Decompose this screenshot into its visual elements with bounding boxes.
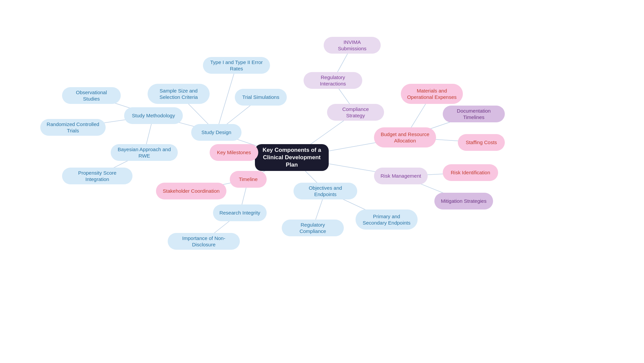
node-sample_size[interactable]: Sample Size and Selection Criteria xyxy=(148,84,210,104)
node-type_error[interactable]: Type I and Type II Error Rates xyxy=(203,57,270,74)
node-objectives_endpoints[interactable]: Objectives and Endpoints xyxy=(293,183,357,199)
node-primary_secondary[interactable]: Primary and Secondary Endpoints xyxy=(356,209,418,230)
node-invima[interactable]: INVIMA Submissions xyxy=(324,37,381,54)
node-risk_identification[interactable]: Risk Identification xyxy=(443,164,498,181)
node-timeline[interactable]: Timeline xyxy=(230,171,267,188)
node-materials[interactable]: Materials and Operational Expenses xyxy=(401,84,463,104)
node-center[interactable]: Key Components of a Clinical Development… xyxy=(255,144,329,171)
node-staffing_costs[interactable]: Staffing Costs xyxy=(458,134,505,151)
node-risk_management[interactable]: Risk Management xyxy=(374,168,428,184)
node-randomized_controlled[interactable]: Randomized Controlled Trials xyxy=(40,119,106,136)
node-study_design[interactable]: Study Design xyxy=(191,124,241,141)
node-doc_timelines[interactable]: Documentation Timelines xyxy=(443,106,505,122)
node-study_methodology[interactable]: Study Methodology xyxy=(124,107,183,124)
node-compliance_strategy[interactable]: Compliance Strategy xyxy=(327,104,384,121)
node-stakeholder[interactable]: Stakeholder Coordination xyxy=(156,183,226,199)
node-mitigation[interactable]: Mitigation Strategies xyxy=(434,193,493,209)
node-observational_studies[interactable]: Observational Studies xyxy=(62,87,121,104)
node-trial_simulations[interactable]: Trial Simulations xyxy=(235,89,287,106)
mindmap-container: Key Components of a Clinical Development… xyxy=(0,0,644,363)
node-importance_nondisclosure[interactable]: Importance of Non-Disclosure xyxy=(168,233,240,250)
node-bayesian[interactable]: Bayesian Approach and RWE xyxy=(111,144,178,161)
svg-line-5 xyxy=(216,65,236,132)
node-regulatory_compliance[interactable]: Regulatory Compliance xyxy=(282,220,344,236)
node-budget[interactable]: Budget and Resource Allocation xyxy=(374,127,436,147)
node-research_integrity[interactable]: Research Integrity xyxy=(213,204,267,221)
node-propensity[interactable]: Propensity Score Integration xyxy=(62,168,132,184)
node-regulatory_interactions[interactable]: Regulatory Interactions xyxy=(304,72,362,89)
node-key_milestones[interactable]: Key Milestones xyxy=(210,144,258,161)
